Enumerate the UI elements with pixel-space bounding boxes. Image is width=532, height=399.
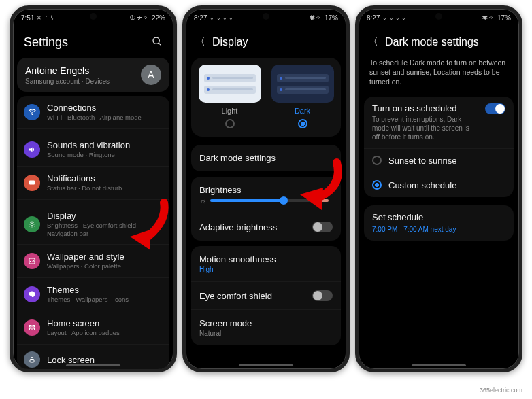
row-title: Motion smoothness <box>199 254 276 264</box>
set-schedule-row[interactable]: Set schedule 7:00 PM - 7:00 AM next day <box>364 205 514 241</box>
page-title: Dark mode settings <box>385 36 479 48</box>
list-item-title: Wallpaper and style <box>47 251 163 262</box>
theme-option-dark[interactable]: Dark <box>269 65 335 128</box>
status-icons-right: ✸ ᯤ <box>482 15 495 21</box>
brightness-row: Brightness ☼ <box>191 177 341 213</box>
status-icons-right: ✸ ᯤ <box>310 15 322 21</box>
phone-display: 8:27 ⌄ ⌄ ⌄ ⌄ ✸ ᯤ 17% 〈 Display Light <box>182 5 350 372</box>
eye-comfort-row[interactable]: Eye comfort shield <box>191 282 341 310</box>
theme-label: Dark <box>295 107 310 115</box>
list-item-home[interactable]: Home screen Layout · App icon badges <box>17 311 169 345</box>
list-item-sub: Brightness · Eye comfort shield · Naviga… <box>47 222 163 238</box>
account-name: Antoine Engels <box>25 65 110 76</box>
battery-pct: 17% <box>325 14 338 22</box>
avatar[interactable]: A <box>141 65 161 85</box>
list-item-title: Notifications <box>47 173 163 184</box>
status-time: 8:27 <box>194 14 207 22</box>
brightness-slider[interactable] <box>210 199 329 202</box>
camera-notch <box>263 13 269 20</box>
search-icon[interactable] <box>152 36 163 50</box>
dark-preview-icon <box>271 65 334 103</box>
adaptive-brightness-toggle[interactable] <box>312 222 333 232</box>
dark-mode-settings-row[interactable]: Dark mode settings <box>191 145 341 171</box>
theme-label: Light <box>222 107 238 115</box>
back-icon[interactable]: 〈 <box>368 35 378 48</box>
camera-notch <box>90 13 97 20</box>
list-item-sub: Wallpapers · Color palette <box>47 262 163 271</box>
phone-settings: 7:51 ✕ ⋮ ϟ ⓘ ✈ ᯤ 22% Settings Antoine En… <box>10 5 177 372</box>
radio-dark[interactable] <box>298 119 307 128</box>
row-value: Natural <box>199 330 221 337</box>
status-time: 8:27 <box>367 14 380 22</box>
row-title: Custom schedule <box>388 180 456 190</box>
custom-option-row[interactable]: Custom schedule <box>364 173 514 197</box>
svg-point-0 <box>153 37 159 44</box>
battery-pct: 22% <box>152 14 165 22</box>
list-item-sub: Layout · App icon badges <box>47 329 163 337</box>
status-icons-left: ✕ ⋮ ϟ <box>37 15 53 21</box>
nav-indicator[interactable] <box>412 364 466 366</box>
brightness-icon: ☼ <box>199 196 206 205</box>
account-subtitle: Samsung account · Devices <box>25 77 110 85</box>
list-item-title: Home screen <box>47 318 163 328</box>
row-title: Eye comfort shield <box>199 291 272 301</box>
scheduled-row[interactable]: Turn on as scheduled To prevent interrup… <box>364 97 514 149</box>
settings-list: Connections Wi-Fi · Bluetooth · Airplane… <box>17 96 169 369</box>
list-item-vol[interactable]: Sounds and vibration Sound mode · Ringto… <box>17 133 169 167</box>
status-icons-left: ⌄ ⌄ ⌄ ⌄ <box>210 15 233 21</box>
list-item-title: Display <box>47 211 163 221</box>
scheduled-toggle[interactable] <box>485 103 505 114</box>
nav-indicator[interactable] <box>239 364 293 366</box>
watermark: 365electric.com <box>3 384 529 394</box>
battery-pct: 17% <box>497 14 511 22</box>
row-title: Adaptive brightness <box>199 222 277 232</box>
svg-rect-7 <box>33 326 35 328</box>
row-value: High <box>199 266 214 273</box>
list-item-title: Themes <box>47 285 163 295</box>
list-item-wifi[interactable]: Connections Wi-Fi · Bluetooth · Airplane… <box>17 96 169 129</box>
vol-icon <box>24 141 40 158</box>
list-item-title: Sounds and vibration <box>47 140 163 150</box>
phone-dark-mode-settings: 8:27 ⌄ ⌄ ⌄ ⌄ ✸ ᯤ 17% 〈 Dark mode setting… <box>355 5 522 372</box>
location-note: To schedule Dark mode to turn on between… <box>359 55 519 94</box>
row-title: Dark mode settings <box>199 153 276 163</box>
svg-rect-9 <box>33 328 35 330</box>
wall-icon <box>24 253 40 269</box>
row-title: Brightness <box>199 185 333 195</box>
radio-custom[interactable] <box>372 180 382 190</box>
list-item-notif[interactable]: Notifications Status bar · Do not distur… <box>17 167 169 200</box>
theme-icon <box>24 286 40 302</box>
list-item-disp[interactable]: Display Brightness · Eye comfort shield … <box>17 204 169 245</box>
status-icons-left: ⌄ ⌄ ⌄ ⌄ <box>382 15 406 21</box>
status-icons-right: ⓘ ✈ ᯤ <box>130 15 149 21</box>
screen-mode-row[interactable]: Screen mode Natural <box>191 310 341 345</box>
list-item-sub: Themes · Wallpapers · Icons <box>47 296 163 304</box>
account-card[interactable]: Antoine Engels Samsung account · Devices… <box>17 58 169 92</box>
list-item-wall[interactable]: Wallpaper and style Wallpapers · Color p… <box>17 245 169 278</box>
nav-indicator[interactable] <box>66 364 120 366</box>
status-time: 7:51 <box>21 14 34 22</box>
theme-option-light[interactable]: Light <box>197 65 263 128</box>
camera-notch <box>435 13 442 20</box>
eye-comfort-toggle[interactable] <box>312 290 333 301</box>
svg-rect-6 <box>30 326 32 328</box>
row-title: Set schedule <box>372 212 423 222</box>
list-item-theme[interactable]: Themes Themes · Wallpapers · Icons <box>17 278 169 311</box>
adaptive-brightness-row[interactable]: Adaptive brightness <box>191 213 341 241</box>
lock-icon <box>24 351 40 368</box>
back-icon[interactable]: 〈 <box>195 35 205 48</box>
list-item-title: Connections <box>47 103 163 113</box>
page-title: Display <box>212 36 248 48</box>
row-title: Sunset to sunrise <box>388 156 456 166</box>
theme-selector: Light Dark <box>191 58 341 137</box>
svg-point-4 <box>31 223 33 226</box>
motion-smoothness-row[interactable]: Motion smoothness High <box>191 246 341 282</box>
radio-sunset[interactable] <box>372 156 382 165</box>
list-item-sub: Status bar · Do not disturb <box>47 184 163 192</box>
row-subtitle: To prevent interruptions, Dark mode will… <box>372 115 478 141</box>
svg-rect-10 <box>30 360 34 363</box>
home-icon <box>24 319 40 336</box>
radio-light[interactable] <box>225 119 235 128</box>
sunset-option-row[interactable]: Sunset to sunrise <box>364 149 514 173</box>
row-title: Screen mode <box>199 318 252 328</box>
